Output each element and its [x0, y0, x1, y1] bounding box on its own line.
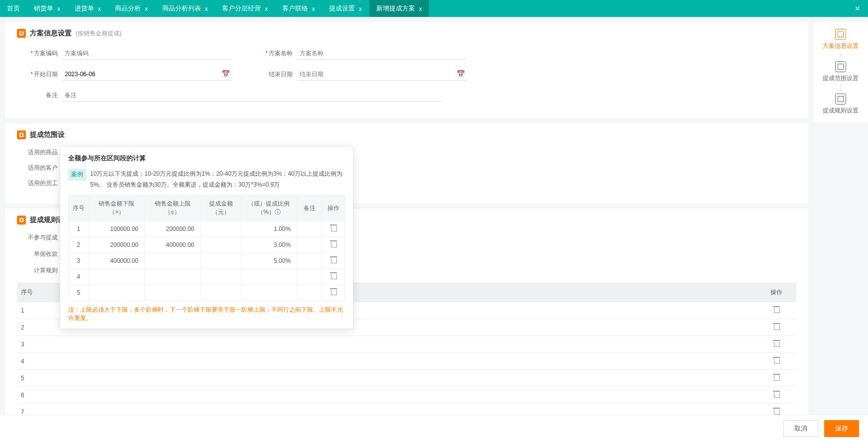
cell-low[interactable]: [47, 336, 116, 353]
anchor-plan-info[interactable]: 方案信息设置: [823, 29, 859, 50]
delete-icon[interactable]: [330, 272, 337, 279]
info-icon: ⓘ: [275, 209, 281, 216]
cell-high[interactable]: [116, 387, 186, 404]
delete-icon[interactable]: [773, 340, 780, 347]
end-date-input[interactable]: [298, 68, 467, 81]
tab-home[interactable]: 首页: [0, 0, 27, 17]
cell-high: 400000.00: [145, 237, 201, 253]
case-text: 10万元以下无提成；10-20万元提成比例为1%；20-40万元提成比例为3%；…: [90, 169, 345, 190]
close-icon[interactable]: x: [205, 5, 209, 12]
plan-code-input[interactable]: [63, 47, 232, 60]
close-icon[interactable]: x: [57, 5, 61, 12]
tab-customer-tier[interactable]: 客户分层经营x: [215, 0, 275, 17]
anchor-scope[interactable]: 提成范围设置: [823, 61, 859, 83]
cell-low[interactable]: [47, 387, 116, 404]
close-icon[interactable]: x: [312, 5, 316, 12]
tab-label: 商品分析列表: [162, 4, 201, 13]
cell-amount[interactable]: [186, 336, 256, 353]
cell-remark[interactable]: [326, 336, 757, 353]
cell-remark[interactable]: [326, 370, 757, 387]
cell-ratio: 5.00%: [241, 253, 297, 269]
delete-icon[interactable]: [330, 256, 337, 263]
table-row[interactable]: 3: [17, 336, 796, 353]
case-tag: 案例: [68, 169, 86, 181]
cell-ratio[interactable]: [256, 370, 326, 387]
table-row: 1100000.00200000.001.00%: [69, 221, 345, 237]
delete-icon[interactable]: [773, 323, 780, 330]
anchor-icon: [835, 61, 846, 72]
anchor-divider: [841, 86, 841, 91]
delete-icon[interactable]: [330, 224, 337, 231]
save-button[interactable]: 保存: [824, 420, 859, 437]
cell-high: 200000.00: [145, 221, 201, 237]
cell-high: [145, 269, 201, 285]
cell-remark[interactable]: [326, 353, 757, 370]
close-icon[interactable]: x: [419, 5, 423, 12]
delete-icon[interactable]: [773, 306, 780, 313]
cell-high: [145, 285, 201, 301]
remark-input[interactable]: [63, 89, 441, 102]
section-icon: [17, 216, 26, 224]
cell-remark[interactable]: [326, 302, 757, 319]
cancel-button[interactable]: 取消: [783, 420, 818, 437]
cell-high[interactable]: [116, 336, 186, 353]
cell-remark[interactable]: [326, 387, 757, 404]
delete-icon[interactable]: [773, 357, 780, 364]
delete-icon[interactable]: [330, 288, 337, 295]
close-icon[interactable]: x: [359, 5, 362, 12]
cell-remark: [297, 237, 323, 253]
tab-commission-settings[interactable]: 提成设置x: [322, 0, 369, 17]
rule-label-receipt: 单据收款: [17, 250, 58, 258]
cell-remark[interactable]: [326, 319, 757, 336]
tab-purchase-order[interactable]: 进货单x: [68, 0, 108, 17]
close-icon: ×: [855, 3, 860, 14]
cell-amount[interactable]: [186, 370, 256, 387]
table-row[interactable]: 5: [17, 370, 796, 387]
start-date-input[interactable]: [63, 68, 232, 81]
rule-label-exclude: 不参与提成: [17, 233, 58, 242]
delete-icon[interactable]: [330, 240, 337, 247]
close-icon[interactable]: x: [145, 5, 148, 12]
delete-icon[interactable]: [773, 374, 780, 381]
col-no: 序号: [17, 283, 47, 302]
anchor-rules[interactable]: 提成规则设置: [823, 94, 859, 115]
tab-product-analysis[interactable]: 商品分析x: [108, 0, 155, 17]
cell-no: 5: [69, 285, 89, 301]
cell-amount[interactable]: [186, 353, 256, 370]
close-icon[interactable]: x: [265, 5, 268, 12]
cell-remark: [297, 269, 323, 285]
table-row[interactable]: 6: [17, 387, 796, 404]
cell-amount[interactable]: [186, 387, 256, 404]
cell-high[interactable]: [116, 370, 186, 387]
table-row: 3400000.005.00%: [69, 253, 345, 269]
tab-customer-contact[interactable]: 客户联络x: [275, 0, 323, 17]
required-mark: *: [30, 71, 33, 78]
delete-icon[interactable]: [773, 408, 780, 415]
cell-ratio[interactable]: [256, 387, 326, 404]
anchor-icon: [835, 94, 846, 105]
tab-product-analysis-list[interactable]: 商品分析列表x: [155, 0, 216, 17]
col-remark: 备注: [297, 196, 323, 221]
calc-rule-popover: 全额参与所在区间段的计算 案例 10万元以下无提成；10-20万元提成比例为1%…: [60, 146, 353, 329]
cell-no: 4: [17, 353, 47, 370]
table-row[interactable]: 4: [17, 353, 796, 370]
tab-bar-close[interactable]: ×: [847, 0, 868, 17]
plan-name-input[interactable]: [298, 47, 467, 60]
section-icon: [17, 130, 26, 139]
cell-no: 3: [69, 253, 89, 269]
tab-new-commission-plan[interactable]: 新增提成方案x: [369, 0, 430, 17]
cell-ratio[interactable]: [256, 336, 326, 353]
delete-icon[interactable]: [773, 391, 780, 398]
cell-low[interactable]: [47, 370, 116, 387]
cell-low: 400000.00: [89, 253, 144, 269]
cell-ratio[interactable]: [256, 353, 326, 370]
cell-amount: [201, 285, 241, 301]
popover-example-table: 序号 销售金额下限（>） 销售金额上限（≤） 提成金额（元） （或）提成比例（%…: [68, 195, 345, 301]
close-icon[interactable]: x: [98, 5, 102, 12]
cell-remark: [297, 285, 323, 301]
cell-low[interactable]: [47, 353, 116, 370]
col-no: 序号: [69, 196, 89, 221]
cell-ratio: 3.00%: [241, 237, 297, 253]
cell-high[interactable]: [116, 353, 186, 370]
tab-sales-order[interactable]: 销货单x: [27, 0, 68, 17]
